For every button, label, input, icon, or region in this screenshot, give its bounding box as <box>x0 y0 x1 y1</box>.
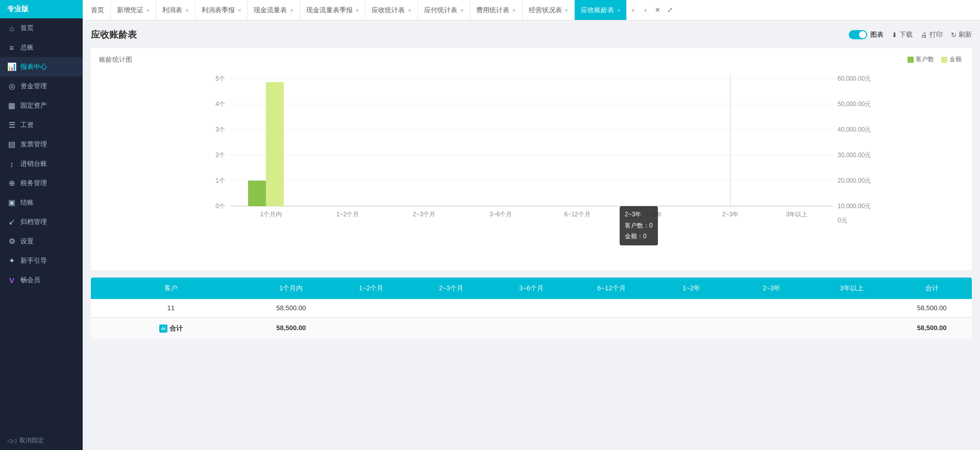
sidebar-item-tax[interactable]: ⊕ 税务管理 <box>0 173 83 193</box>
page-content: 应收账龄表 图表 ⬇ 下载 🖨 打印 ↻ 刷新 <box>83 20 980 450</box>
tab-biz-status[interactable]: 经营状况表 × <box>523 0 575 20</box>
page-title: 应收账龄表 <box>91 29 849 41</box>
sidebar-item-ledger[interactable]: ≡ 总账 <box>0 38 83 57</box>
tab-close-icon[interactable]: × <box>185 7 188 13</box>
archive-icon: ↙ <box>7 217 16 227</box>
footer-y3plus <box>812 318 892 339</box>
svg-text:3~6个月: 3~6个月 <box>489 211 512 218</box>
tab-close-icon[interactable]: × <box>565 7 568 13</box>
footer-y1-2 <box>651 318 731 339</box>
print-label: 打印 <box>929 30 943 39</box>
toggle-track[interactable] <box>849 30 867 39</box>
sidebar-item-label: 税务管理 <box>20 179 47 188</box>
tab-expense-stats[interactable]: 费用统计表 × <box>470 0 522 20</box>
sidebar-item-sales[interactable]: ↕ 进销台账 <box>0 154 83 173</box>
tab-label: 新增凭证 <box>117 6 143 15</box>
col-header-m1: 1个月内 <box>251 278 331 299</box>
tab-home[interactable]: 首页 <box>85 0 111 20</box>
download-icon: ⬇ <box>892 31 897 39</box>
tab-close-icon[interactable]: × <box>356 7 359 13</box>
tab-close-all-btn[interactable]: ✕ <box>651 4 664 16</box>
chart-tooltip: 2~3年 客户数：0 金额：0 <box>620 206 658 245</box>
col-header-y1-2: 1~2年 <box>651 278 731 299</box>
col-header-m3-6: 3~6个月 <box>492 278 572 299</box>
tab-profit-quarter[interactable]: 利润表季报 × <box>195 0 248 20</box>
pin-toggle[interactable]: ◁◁ 取消固定 <box>0 431 83 450</box>
home-icon: ⌂ <box>7 24 16 33</box>
tab-ap-stats[interactable]: 应付统计表 × <box>418 0 470 20</box>
tab-close-icon[interactable]: × <box>512 7 516 13</box>
tab-close-icon[interactable]: × <box>408 7 411 13</box>
footer-m3-6 <box>492 318 572 339</box>
tab-next-btn[interactable]: › <box>639 4 651 16</box>
footer-m1: 58,500.00 <box>251 318 331 339</box>
tab-label: 应收统计表 <box>372 6 405 15</box>
tab-close-icon[interactable]: × <box>146 7 150 13</box>
tab-close-icon[interactable]: × <box>290 7 293 13</box>
tab-ar-aging[interactable]: 应收账龄表 × <box>575 0 627 20</box>
sidebar-item-settings[interactable]: ⚙ 设置 <box>0 232 83 251</box>
salary-icon: ☰ <box>7 120 16 130</box>
col-header-m2-3: 2~3个月 <box>411 278 492 299</box>
chart-toggle[interactable]: 图表 <box>849 30 884 39</box>
refresh-btn[interactable]: ↻ 刷新 <box>951 30 972 39</box>
tab-new-voucher[interactable]: 新增凭证 × <box>111 0 156 20</box>
sidebar-item-report[interactable]: 📊 报表中心 <box>0 57 83 77</box>
print-btn[interactable]: 🖨 打印 <box>921 30 943 39</box>
svg-text:1个: 1个 <box>215 177 225 184</box>
tab-bar: 首页 新增凭证 × 利润表 × 利润表季报 × 现金流量表 × 现金流量表季报 … <box>83 0 980 20</box>
sidebar-item-invoice[interactable]: ▤ 发票管理 <box>0 135 83 154</box>
svg-text:1个月内: 1个月内 <box>260 211 282 218</box>
tooltip-customer: 客户数：0 <box>625 220 653 232</box>
cell-m3-6 <box>492 299 572 317</box>
sidebar-item-label: 首页 <box>20 23 34 33</box>
footer-label-cell: Ai 合计 <box>91 318 251 339</box>
tab-cashflow[interactable]: 现金流量表 × <box>248 0 300 20</box>
tab-close-icon[interactable]: × <box>238 7 241 13</box>
sidebar-item-guide[interactable]: ✦ 新手引导 <box>0 251 83 270</box>
tab-label: 利润表季报 <box>202 6 235 15</box>
legend-amount-icon <box>941 57 947 63</box>
svg-text:30,000.00元: 30,000.00元 <box>838 152 871 159</box>
svg-text:3年以上: 3年以上 <box>786 211 808 218</box>
sidebar-item-salary[interactable]: ☰ 工资 <box>0 115 83 135</box>
sidebar-item-member[interactable]: V 畅会员 <box>0 270 83 290</box>
close-book-icon: ▣ <box>7 198 16 207</box>
tab-label: 经营状况表 <box>529 6 562 15</box>
col-header-y2-3: 2~3年 <box>731 278 812 299</box>
tooltip-amount: 金额：0 <box>625 231 653 242</box>
tab-fullscreen-btn[interactable]: ⤢ <box>664 4 676 16</box>
sidebar-item-archive[interactable]: ↙ 归档管理 <box>0 212 83 232</box>
tab-label: 利润表 <box>162 6 182 15</box>
ledger-icon: ≡ <box>7 43 16 52</box>
sidebar-item-fund[interactable]: ◎ 资金管理 <box>0 77 83 96</box>
tab-label: 现金流量表 <box>254 6 287 15</box>
tab-profit[interactable]: 利润表 × <box>156 0 195 20</box>
svg-text:2~3个月: 2~3个月 <box>413 211 435 218</box>
tab-close-icon[interactable]: × <box>460 7 463 13</box>
asset-icon: ▦ <box>7 101 16 110</box>
sidebar-item-asset[interactable]: ▦ 固定资产 <box>0 96 83 115</box>
cell-m2-3 <box>411 299 492 317</box>
sidebar-item-close[interactable]: ▣ 结账 <box>0 193 83 212</box>
cell-y1-2 <box>651 299 731 317</box>
tab-close-icon[interactable]: × <box>617 7 620 13</box>
data-table: 客户 1个月内 1~2个月 2~3个月 3~6个月 6~12个月 1~2年 2~… <box>91 278 972 339</box>
tab-prev-btn[interactable]: ‹ <box>627 4 639 16</box>
footer-y2-3 <box>731 318 812 339</box>
tab-cashflow-quarter[interactable]: 现金流量表季报 × <box>300 0 365 20</box>
svg-text:4个: 4个 <box>215 101 225 108</box>
tooltip-label: 2~3年 <box>625 209 653 220</box>
svg-text:2个: 2个 <box>215 152 225 159</box>
sidebar-item-label: 进销台账 <box>20 159 47 168</box>
footer-m1-2 <box>331 318 411 339</box>
sidebar-item-home[interactable]: ⌂ 首页 <box>0 18 83 38</box>
cell-m1-2 <box>331 299 411 317</box>
download-label: 下载 <box>899 30 913 39</box>
tab-ar-stats[interactable]: 应收统计表 × <box>365 0 418 20</box>
download-btn[interactable]: ⬇ 下载 <box>892 30 913 39</box>
sidebar-item-label: 新手引导 <box>20 256 47 265</box>
bar-chart: 5个 4个 3个 2个 1个 0个 60,000.00元 50,000.00元 … <box>99 69 964 258</box>
sidebar: 专业版 ⌂ 首页 ≡ 总账 📊 报表中心 ◎ 资金管理 ▦ 固定资产 ☰ 工资 … <box>0 0 83 450</box>
sidebar-item-label: 报表中心 <box>20 62 47 71</box>
